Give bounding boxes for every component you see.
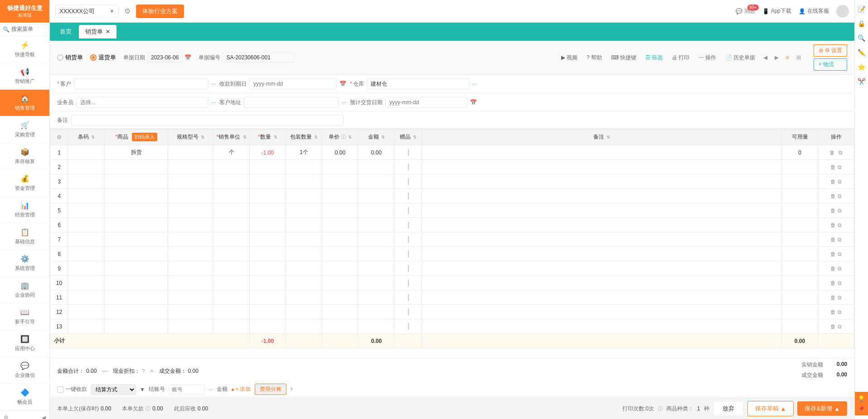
grid-view-icon[interactable]: ⊞	[795, 53, 803, 62]
sort-icon-unit[interactable]: ⇅	[243, 135, 247, 140]
product-types-icon[interactable]: ⓘ	[658, 405, 663, 412]
history-btn[interactable]: 📄 历史单据	[723, 53, 758, 63]
sidebar-settings-icon[interactable]: ⚙	[4, 414, 9, 419]
save-draft-chevron[interactable]: ▲	[781, 405, 786, 412]
sidebar-item-guide[interactable]: 📖 新手引导	[0, 303, 49, 330]
sort-icon-pack[interactable]: ⇅	[314, 135, 318, 140]
delete-icon[interactable]: 🗑	[830, 294, 836, 301]
cell-product[interactable]: 拆货	[105, 145, 168, 160]
sort-icon-spec[interactable]: ⇅	[201, 135, 204, 140]
cell-remark[interactable]	[422, 145, 782, 160]
right-tool-bottom-1[interactable]: 💡	[858, 395, 865, 402]
cell-product[interactable]	[105, 160, 168, 174]
gift-checkbox[interactable]	[408, 149, 409, 156]
right-tool-bottom-2[interactable]: 📌	[858, 405, 865, 412]
cell-price[interactable]: 0.00	[322, 145, 359, 160]
cell-barcode[interactable]	[68, 145, 105, 160]
avatar[interactable]	[836, 5, 849, 18]
nav-next-icon[interactable]: ▶	[773, 53, 781, 62]
copy-icon[interactable]: ⧉	[839, 149, 843, 156]
payment-method-select[interactable]: 结算方式	[91, 384, 136, 395]
logistics-button[interactable]: + 物流	[814, 58, 847, 71]
topbar-gear-icon[interactable]: ⚙	[122, 5, 132, 17]
cell-amount[interactable]: 0.00	[359, 145, 395, 160]
sidebar-collapse-icon[interactable]: ◀	[42, 414, 46, 419]
cell-gift[interactable]	[395, 145, 422, 160]
shortcut-btn[interactable]: ⌨ 快捷键	[608, 53, 639, 63]
delete-icon[interactable]: 🗑	[830, 193, 836, 199]
right-tool-star[interactable]: ⭐	[856, 62, 867, 72]
copy-icon[interactable]: ⧉	[838, 265, 842, 272]
filter-btn[interactable]: ☰ 筛选	[643, 53, 665, 63]
nav-prev-icon[interactable]: ◀	[761, 53, 769, 62]
expected-date-input[interactable]	[385, 97, 467, 108]
sort-icon-amount[interactable]: ⇅	[381, 135, 385, 140]
receive-date-calendar-icon[interactable]: 📅	[339, 81, 346, 87]
sidebar-item-finance[interactable]: 💰 资金管理	[0, 170, 49, 197]
sidebar-item-inventory[interactable]: 📦 库存核算	[0, 143, 49, 170]
tab-home[interactable]: 首页	[53, 25, 78, 39]
cell-unit[interactable]: 个	[213, 145, 250, 160]
message-btn[interactable]: 💬 消息 99+	[736, 7, 755, 15]
receive-date-input[interactable]	[249, 78, 337, 89]
scan-btn[interactable]: 扫码录入	[132, 133, 157, 141]
ops-btn[interactable]: ⋯ 操作	[696, 53, 719, 63]
delete-icon[interactable]: 🗑	[830, 164, 836, 170]
customer-dots[interactable]: ···	[211, 81, 216, 87]
expected-date-calendar-icon[interactable]: 📅	[470, 99, 477, 106]
sort-icon[interactable]: ⇅	[91, 135, 95, 140]
list-view-icon[interactable]: ≡	[784, 53, 791, 62]
copy-icon[interactable]: ⧉	[838, 236, 842, 243]
copy-icon[interactable]: ⧉	[838, 280, 842, 286]
date-value[interactable]: 2023-06-06	[147, 53, 183, 63]
app-download-btn[interactable]: 📱 App下载	[762, 7, 791, 15]
cell-qty[interactable]: -1.00	[250, 145, 286, 160]
add-payment-btn[interactable]: ● + 添加	[231, 385, 251, 393]
debt-info-icon[interactable]: ⓘ	[145, 405, 150, 412]
sidebar-item-system[interactable]: ⚙️ 系统管理	[0, 250, 49, 277]
sort-icon-remark[interactable]: ⇅	[606, 135, 610, 140]
salesman-input[interactable]	[76, 97, 209, 108]
calendar-icon[interactable]: 📅	[184, 54, 191, 61]
customer-addr-dots[interactable]: ···	[342, 99, 346, 106]
sidebar-item-wechat[interactable]: 💬 企业微信	[0, 357, 49, 384]
sidebar-item-member[interactable]: 🔷 畅会员	[0, 384, 49, 410]
online-service-btn[interactable]: 👤 在线客服	[799, 7, 829, 15]
account-input[interactable]	[169, 385, 205, 395]
delete-icon[interactable]: 🗑	[830, 222, 836, 228]
delete-icon[interactable]: 🗑	[830, 178, 836, 185]
expense-help-icon[interactable]: ?	[290, 387, 293, 392]
cell-barcode[interactable]	[68, 160, 105, 174]
right-tool-edit[interactable]: 📝	[856, 4, 867, 14]
company-selector[interactable]: XXXXXX公司 ▼	[55, 5, 119, 18]
remarks-input[interactable]	[72, 115, 344, 125]
price-info-icon[interactable]: ⓘ	[341, 134, 346, 140]
copy-icon[interactable]: ⧉	[838, 251, 842, 257]
account-dots[interactable]: ···	[209, 386, 213, 393]
sidebar-item-appstore[interactable]: 🔲 应用中心	[0, 330, 49, 357]
cell-spec[interactable]	[168, 145, 213, 160]
salesman-dots[interactable]: ···	[211, 99, 216, 106]
copy-icon[interactable]: ⧉	[838, 309, 842, 315]
save-new-chevron[interactable]: ▲	[834, 405, 840, 412]
radio-sales[interactable]: 销货单	[57, 53, 83, 62]
sidebar-item-purchase[interactable]: 🛒 采购管理	[0, 116, 49, 143]
copy-icon[interactable]: ⧉	[838, 323, 842, 330]
delete-icon[interactable]: 🗑	[830, 280, 836, 286]
settings-button[interactable]: ⚙ ⚙ 设置	[814, 44, 847, 57]
tab-close-icon[interactable]: ✕	[106, 29, 110, 35]
sidebar-item-marketing[interactable]: 📢 营销推广	[0, 63, 49, 90]
expense-btn[interactable]: 费用分摊	[255, 384, 286, 395]
warehouse-input[interactable]: 建材仓	[367, 78, 470, 89]
help-btn[interactable]: ? 帮助	[584, 53, 605, 63]
gear-icon-sm[interactable]: ⚙	[57, 134, 62, 140]
trial-btn[interactable]: 体验行业方案	[136, 5, 184, 18]
sort-icon-price[interactable]: ⇅	[348, 135, 352, 140]
print-btn[interactable]: 🖨 打印	[669, 53, 692, 63]
delete-icon[interactable]: 🗑	[830, 236, 836, 243]
delete-icon[interactable]: 🗑	[830, 323, 836, 330]
save-new-btn[interactable]: 保存&新增 ▲	[797, 401, 847, 416]
discard-btn[interactable]: 放弃	[713, 401, 744, 416]
sidebar-item-business[interactable]: 📊 经营管理	[0, 197, 49, 223]
radio-return[interactable]: 退货单	[90, 53, 116, 62]
